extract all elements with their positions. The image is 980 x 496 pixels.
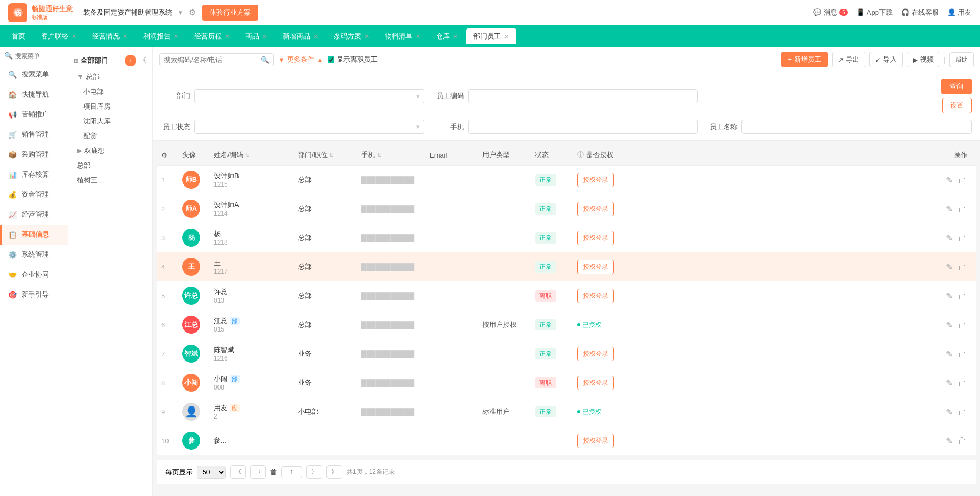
sidebar-item-operations[interactable]: 📈经营管理 [0,205,68,225]
auth-login-btn[interactable]: 授权登录 [577,260,614,274]
tab-close-icon[interactable]: ✕ [72,33,76,40]
dept-child-node[interactable]: 小电部 [68,84,152,99]
sidebar-item-inventory[interactable]: 📊库存核算 [0,164,68,184]
edit-btn[interactable]: ✎ [946,407,953,416]
tab-close-icon[interactable]: ✕ [504,33,509,40]
sidebar-item-search[interactable]: 🔍搜索菜单 [0,64,68,84]
sidebar-item-quicknav[interactable]: 🏠快捷导航 [0,84,68,104]
tab-close-icon[interactable]: ✕ [174,33,179,40]
tab-close-icon[interactable]: ✕ [415,33,420,40]
search-input[interactable] [164,56,259,64]
nav-tab-经营情况[interactable]: 经营情况 ✕ [85,28,135,44]
auth-login-btn[interactable]: 授权登录 [577,231,614,245]
nav-tab-新增商品[interactable]: 新增商品 ✕ [275,28,325,44]
dept-collapse-icon[interactable]: 《 [138,55,147,66]
nav-tab-物料清单[interactable]: 物料清单 ✕ [378,28,428,44]
nav-tab-仓库[interactable]: 仓库 ✕ [429,28,465,44]
set-btn[interactable]: 设置 [942,98,972,113]
tab-close-icon[interactable]: ✕ [225,33,230,40]
next-page-btn[interactable]: 〉 [306,465,322,479]
delete-btn[interactable]: 🗑 [958,320,966,329]
sidebar-item-guide[interactable]: 🎯新手引导 [0,285,68,305]
sidebar-item-basic[interactable]: 📋基础信息 [0,225,68,245]
dept-child-node[interactable]: 配货 [68,129,152,143]
more-filters-btn[interactable]: ▼ 更多条件 ▲ [278,55,323,64]
dept-add-icon[interactable]: + [125,55,136,66]
app-download-btn[interactable]: 📱 App下载 [856,8,893,17]
last-page-btn[interactable]: 》 [326,465,342,479]
dept-node[interactable]: ▶双鹿想 [68,143,152,158]
delete-btn[interactable]: 🗑 [958,205,966,213]
show-resigned-checkbox[interactable] [328,56,334,63]
dept-node[interactable]: 总部 [68,158,152,173]
edit-btn[interactable]: ✎ [946,349,953,358]
auth-login-btn[interactable]: 授权登录 [577,202,614,216]
nav-tab-条码方案[interactable]: 条码方案 ✕ [326,28,377,44]
online-service-btn[interactable]: 🎧 在线客服 [901,8,939,17]
delete-btn[interactable]: 🗑 [958,176,966,184]
sidebar-item-purchase[interactable]: 📦采购管理 [0,144,68,164]
tab-close-icon[interactable]: ✕ [313,33,318,40]
delete-btn[interactable]: 🗑 [958,262,966,271]
auth-login-btn[interactable]: 授权登录 [577,376,614,390]
delete-btn[interactable]: 🗑 [958,291,966,300]
delete-btn[interactable]: 🗑 [958,234,966,242]
first-page-btn[interactable]: 《 [230,465,246,479]
sidebar-item-collab[interactable]: 🤝企业协同 [0,265,68,285]
sidebar-item-sales[interactable]: 🛒销售管理 [0,124,68,144]
message-btn[interactable]: 💬 消息 6 [813,8,848,17]
sidebar-item-system[interactable]: ⚙️系统管理 [0,245,68,265]
nav-tab-部门员工[interactable]: 部门员工 ✕ [466,28,516,44]
sidebar-item-finance[interactable]: 💰资金管理 [0,184,68,205]
try-btn[interactable]: 体验行业方案 [202,5,258,21]
phone-input[interactable] [468,120,698,134]
delete-btn[interactable]: 🗑 [958,436,966,445]
all-dept-label[interactable]: ⊞ 全部部门 [74,56,108,65]
delete-btn[interactable]: 🗑 [958,378,966,387]
edit-btn[interactable]: ✎ [946,234,953,242]
prev-page-btn[interactable]: 〈 [250,465,266,479]
export-btn[interactable]: ↗ 导出 [832,52,865,67]
tab-close-icon[interactable]: ✕ [453,33,458,40]
dept-child-node[interactable]: 沈阳大库 [68,114,152,129]
help-btn[interactable]: 帮助 [949,52,974,67]
page-size-select[interactable]: 50 20 100 [197,466,226,479]
nav-tab-首页[interactable]: 首页 [4,28,33,44]
add-employee-btn[interactable]: + 新增员工 [781,52,827,67]
dept-filter-select[interactable]: ▾ [194,89,424,103]
settings-icon[interactable]: ⚙ [189,7,196,17]
nav-tab-利润报告[interactable]: 利润报告 ✕ [136,28,186,44]
edit-btn[interactable]: ✎ [946,436,953,445]
edit-btn[interactable]: ✎ [946,176,953,184]
nav-tab-商品[interactable]: 商品 ✕ [238,28,274,44]
dept-child-node[interactable]: 项目库房 [68,99,152,114]
dropdown-icon[interactable]: ▾ [179,8,182,16]
emp-name-input[interactable] [741,120,972,134]
import-btn[interactable]: ↙ 导入 [869,52,903,67]
dept-node[interactable]: ▼总部 [68,70,152,84]
status-filter-select[interactable]: ▾ [194,120,424,134]
tab-close-icon[interactable]: ✕ [123,33,127,40]
nav-tab-客户联络[interactable]: 客户联络 ✕ [34,28,84,44]
edit-btn[interactable]: ✎ [946,205,953,213]
nav-tab-经营历程[interactable]: 经营历程 ✕ [187,28,237,44]
tab-close-icon[interactable]: ✕ [364,33,369,40]
page-number-input[interactable] [281,466,302,478]
query-btn[interactable]: 查询 [941,79,972,94]
edit-btn[interactable]: ✎ [946,378,953,387]
auth-login-btn[interactable]: 授权登录 [577,347,614,361]
edit-btn[interactable]: ✎ [946,320,953,329]
auth-login-btn[interactable]: 授权登录 [577,434,614,448]
edit-btn[interactable]: ✎ [946,262,953,271]
delete-btn[interactable]: 🗑 [958,407,966,416]
sidebar-item-marketing[interactable]: 📢营销推广 [0,104,68,124]
edit-btn[interactable]: ✎ [946,291,953,300]
auth-login-btn[interactable]: 授权登录 [577,289,614,303]
auth-login-btn[interactable]: 授权登录 [577,173,614,187]
view-btn[interactable]: ▶ 视频 [907,52,939,67]
dept-node[interactable]: 植树王二 [68,173,152,188]
show-resigned-checkbox-wrap[interactable]: 显示离职员工 [328,55,378,64]
search-btn-icon[interactable]: 🔍 [261,56,269,64]
emp-code-input[interactable] [468,89,698,103]
delete-btn[interactable]: 🗑 [958,349,966,358]
